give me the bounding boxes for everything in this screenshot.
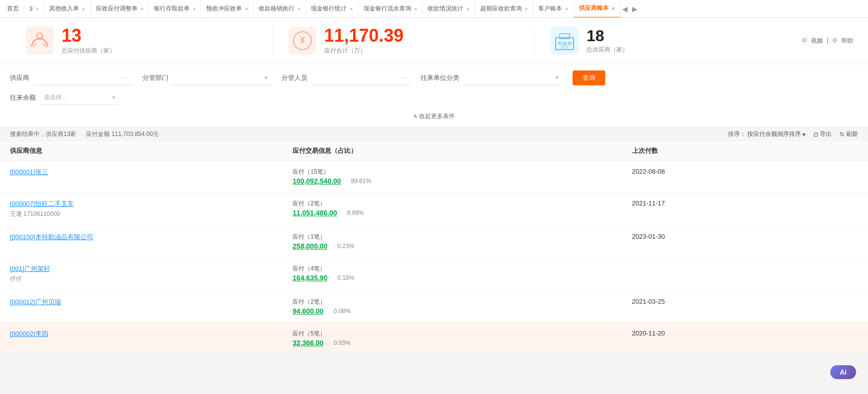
close-icon[interactable]: × <box>350 6 353 12</box>
nav-tab-customer-book[interactable]: 客户账本 × <box>533 0 574 18</box>
nav-tab-bank-deposit-label: 银行存取款单 <box>154 4 190 13</box>
transaction-cell: 应付（4笔） 164,635.90 0.15% <box>292 264 632 282</box>
nav-tab-prepay[interactable]: 预收冲应收单 × <box>201 0 253 18</box>
transaction-row: 应付（2笔） <box>292 298 632 306</box>
nav-tab-supplier-book-label: 供应商账本 <box>579 4 609 12</box>
dept-select[interactable]: ▾ <box>172 70 272 85</box>
nav-tab-adjustment-label: 应收应付调整单 <box>96 4 138 13</box>
balance-select[interactable]: 请选择... ▾ <box>40 90 119 105</box>
collapse-bar[interactable]: ∧ 收起更多条件 <box>10 110 858 123</box>
table-header: 供应商信息 应付交易信息（占比） 上次付数 <box>0 141 868 161</box>
transaction-amount[interactable]: 94,600.00 <box>292 307 323 315</box>
lastpay-date: 2021-03-25 <box>632 298 665 305</box>
transaction-amount[interactable]: 11,051,486.00 <box>292 209 337 217</box>
close-icon[interactable]: × <box>466 6 469 12</box>
table-row[interactable]: [000100]本特勤油品有限公司 应付（1笔） 258,000.00 0.23… <box>0 226 868 258</box>
category-select[interactable]: ▾ <box>463 70 563 85</box>
supplier-name-link[interactable]: [000001]张三 <box>10 168 292 177</box>
transaction-row: 应付（5笔） <box>292 329 632 338</box>
transaction-info: 应付（2笔） 11,051,486.00 9.89% <box>292 199 632 217</box>
close-icon[interactable]: × <box>82 6 85 12</box>
nav-tab-collection-label: 收款核销执行 <box>259 4 294 13</box>
nav-right-arrow[interactable]: ▶ <box>630 0 640 18</box>
result-bar: 搜索结果中，供应商13家 应付金额 111,703,854.00元 排序： 按应… <box>0 127 868 141</box>
transaction-cell: 应付（1笔） 258,000.00 0.23% <box>292 233 632 250</box>
nav-tab-collection-stat[interactable]: 收款情况统计 × <box>423 0 475 18</box>
transaction-row: 应付（2笔） <box>292 199 632 208</box>
export-button[interactable]: ⊡ 导出 <box>813 130 832 138</box>
stat-info-total-suppliers: 18 总供应商（家） <box>586 28 628 54</box>
nav-left-arrow[interactable]: ◀ <box>620 0 630 18</box>
table-row[interactable]: [000007]恒旺二手叉车 王通 17106110000 应付（2笔） 11,… <box>0 193 868 226</box>
refresh-button[interactable]: ↻ 刷新 <box>840 130 858 138</box>
supplier-name-link[interactable]: [000100]本特勤油品有限公司 <box>10 233 292 242</box>
transaction-pct: 0.15% <box>337 274 354 281</box>
nav-tab-bank-deposit[interactable]: 银行存取款单 × <box>149 0 201 18</box>
supplier-filter-label: 供应商 <box>10 73 29 82</box>
video-link[interactable]: 视频 <box>811 37 823 45</box>
nav-tab-adjustment[interactable]: 应收应付调整单 × <box>91 0 149 18</box>
nav-tab-overdue[interactable]: 超期应收款查询 × <box>475 0 533 18</box>
nav-tab-supplier-book[interactable]: 供应商账本 × <box>574 0 620 18</box>
nav-tab-collection[interactable]: 收款核销执行 × <box>254 0 306 18</box>
transaction-amount[interactable]: 32,366.00 <box>292 339 323 347</box>
close-icon[interactable]: × <box>612 5 615 11</box>
amount-row: 100,092,540.00 89.61% <box>292 177 632 185</box>
transaction-label: 应付（2笔） <box>292 199 326 208</box>
close-icon[interactable]: × <box>141 6 144 12</box>
amount-row: 164,635.90 0.15% <box>292 274 632 282</box>
supplier-name-link[interactable]: [000007]恒旺二手叉车 <box>10 199 292 208</box>
nav-tab-cash-stat[interactable]: 现金银行统计 × <box>306 0 358 18</box>
nav-tab-3[interactable]: 3 × <box>24 0 44 18</box>
nav-tab-home[interactable]: 首页 <box>2 0 24 18</box>
nav-tab-3-label: 3 <box>29 5 33 12</box>
table-row[interactable]: [000002]李四 应付（5笔） 32,366.00 0.03% 2020-1… <box>0 323 868 354</box>
close-icon[interactable]: × <box>193 6 196 12</box>
transaction-label: 应付（2笔） <box>292 298 326 306</box>
table: 供应商信息 应付交易信息（占比） 上次付数 [000001]张三 应付（15笔）… <box>0 141 868 354</box>
lastpay-date: 2021-11-17 <box>632 199 665 207</box>
nav-tab-other-income[interactable]: 其他收入单 × <box>44 0 90 18</box>
lastpay-cell: 2023-01-30 <box>632 233 858 240</box>
export-label: 导出 <box>820 130 832 138</box>
close-icon[interactable]: × <box>565 6 568 12</box>
filter-row-2: 往来余额 请选择... ▾ <box>10 90 858 105</box>
transaction-amount[interactable]: 258,000.00 <box>292 242 327 250</box>
nav-tab-cash-flow[interactable]: 现金银行流水查询 × <box>359 0 423 18</box>
help-link[interactable]: 帮助 <box>841 37 853 45</box>
transaction-amount[interactable]: 164,635.90 <box>292 274 327 282</box>
svg-rect-0 <box>26 27 54 55</box>
result-actions: 排序： 按应付余额倒序排序 ▾ ⊡ 导出 ↻ 刷新 <box>728 130 858 138</box>
supplier-name-link[interactable]: [000002]李四 <box>10 329 292 338</box>
nav-tab-collection-stat-label: 收款情况统计 <box>428 4 463 13</box>
close-icon[interactable]: × <box>414 6 417 12</box>
total-suppliers-icon <box>550 26 579 56</box>
transaction-pct: 9.89% <box>347 209 364 216</box>
table-row[interactable]: [001]广州荣轩 仔仔 应付（4笔） 164,635.90 0.15% <box>0 258 868 291</box>
stat-card-total-suppliers: 18 总供应商（家） <box>535 26 797 56</box>
nav-tab-customer-book-label: 客户账本 <box>538 4 562 13</box>
person-dots-icon: ··· <box>401 74 406 81</box>
query-button[interactable]: 查询 <box>573 70 605 85</box>
supplier-name-link[interactable]: [000012]广州贝瑞 <box>10 298 292 307</box>
lastpay-date: 2023-01-30 <box>632 233 665 240</box>
table-row[interactable]: [000001]张三 应付（15笔） 100,092,540.00 89.61%… <box>0 161 868 193</box>
sort-prefix-label: 排序： <box>728 130 746 138</box>
sort-label[interactable]: 按应付余额倒序排序 <box>747 130 801 138</box>
sort-arrow-icon[interactable]: ▾ <box>802 131 805 138</box>
supplier-contact: 王通 17106110000 <box>10 210 292 218</box>
lastpay-cell: 2022-08-08 <box>632 168 858 175</box>
lastpay-cell: 2021-03-25 <box>632 298 858 305</box>
close-icon[interactable]: × <box>297 6 300 12</box>
transaction-amount[interactable]: 100,092,540.00 <box>292 177 341 185</box>
close-icon[interactable]: × <box>36 6 39 12</box>
transaction-info: 应付（15笔） 100,092,540.00 89.61% <box>292 168 632 185</box>
transaction-info: 应付（4笔） 164,635.90 0.15% <box>292 264 632 282</box>
supplier-input[interactable] <box>33 70 123 85</box>
person-input[interactable] <box>311 70 401 85</box>
chevron-down-icon: ▾ <box>556 74 559 81</box>
table-row[interactable]: [000012]广州贝瑞 应付（2笔） 94,600.00 0.08% 2021… <box>0 291 868 323</box>
close-icon[interactable]: × <box>245 6 248 12</box>
supplier-name-link[interactable]: [001]广州荣轩 <box>10 264 292 273</box>
close-icon[interactable]: × <box>525 6 528 12</box>
